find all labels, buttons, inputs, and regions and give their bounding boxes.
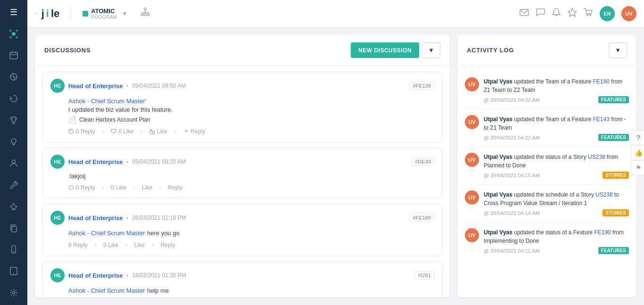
svg-point-18 — [13, 273, 14, 274]
discussion-actions: 0 Reply • 0 Like • Like • Reply — [50, 183, 434, 192]
activity-content: Utpal Vyas updated the Team of a Feature… — [484, 115, 629, 141]
activity-item: UV Utpal Vyas updated the schedule of a … — [465, 185, 629, 223]
activity-ref[interactable]: FE190 — [593, 78, 609, 85]
reply-button[interactable]: Reply — [161, 242, 175, 248]
reply-button[interactable]: Reply — [168, 184, 183, 191]
calendar-icon[interactable] — [6, 49, 21, 62]
activity-ref[interactable]: US238 — [595, 191, 613, 198]
help-button[interactable]: ? — [631, 130, 644, 145]
trophy-icon[interactable] — [6, 114, 21, 127]
chat-icon[interactable] — [536, 8, 545, 19]
mention-link[interactable]: Ashok - Chief Scrum Master' — [68, 98, 146, 105]
discussion-content: :lakjoij — [50, 173, 434, 180]
discussion-header: HE Head of Enterprise • 18/03/2021 01:35… — [50, 268, 434, 282]
activity-footer: @ 29/04/2021 04:22 AM FEATURES — [484, 96, 629, 103]
activity-ref[interactable]: US238 — [588, 154, 605, 160]
activity-content: Utpal Vyas updated the Team of a Feature… — [484, 77, 629, 103]
sports-icon[interactable] — [6, 70, 21, 83]
activity-ref[interactable]: FE190 — [594, 229, 611, 236]
new-discussion-button[interactable]: NEW DISCUSSION — [351, 42, 419, 58]
org-chart-icon[interactable] — [140, 8, 150, 19]
svg-point-13 — [12, 160, 16, 164]
svg-point-4 — [16, 36, 18, 38]
badge-stories: STORIES — [603, 172, 629, 179]
discussions-actions: NEW DISCUSSION ▼ — [351, 42, 440, 58]
svg-rect-22 — [144, 14, 147, 16]
env-badge[interactable]: EN — [600, 6, 615, 21]
pin-icon[interactable] — [6, 200, 21, 213]
activity-text: Utpal Vyas updated the Team of a Feature… — [484, 115, 629, 132]
discussions-filter-button[interactable]: ▼ — [422, 42, 440, 58]
discussion-header: HE Head of Enterprise • 09/04/2021 09:50… — [50, 79, 434, 93]
discussions-title: DISCUSSIONS — [44, 47, 91, 54]
wrench-icon[interactable] — [6, 178, 21, 191]
bell-icon[interactable] — [552, 8, 561, 19]
like-action[interactable]: Like — [142, 184, 152, 191]
discussion-header: HE Head of Enterprise • 05/04/2021 08:20… — [50, 155, 434, 169]
mention-link[interactable]: Ashok - Chief Scrum Master — [68, 230, 145, 237]
uv-avatar: UV — [465, 115, 479, 129]
activity-list: UV Utpal Vyas updated the Team of a Feat… — [457, 66, 636, 297]
svg-marker-30 — [568, 8, 577, 16]
uv-avatar: UV — [465, 77, 479, 91]
menu-icon[interactable]: ☰ — [6, 6, 21, 19]
svg-point-31 — [587, 15, 588, 16]
bulb-icon[interactable] — [6, 135, 21, 148]
activity-user[interactable]: Utpal Vyas — [484, 191, 512, 198]
activity-content: Utpal Vyas updated the status of a Featu… — [484, 228, 629, 254]
uv-avatar: UV — [465, 228, 479, 242]
discussion-item: HE Head of Enterprise • 05/04/2021 08:20… — [42, 148, 442, 199]
program-info: ATOMIC PROGRAM — [91, 8, 117, 20]
user-icon[interactable] — [6, 157, 21, 170]
activity-user[interactable]: Utpal Vyas — [484, 78, 512, 85]
activity-user[interactable]: Utpal Vyas — [484, 154, 512, 160]
reply-action[interactable]: 0 Reply — [68, 242, 88, 248]
cart-icon[interactable] — [584, 8, 593, 19]
badge-features: FEATURES — [598, 247, 629, 254]
flag-button[interactable]: ⚑ — [631, 160, 644, 175]
activity-footer: @ 29/04/2021 04:11 AM FEATURES — [484, 247, 629, 254]
svg-rect-20 — [144, 8, 147, 10]
activity-user[interactable]: Utpal Vyas — [484, 116, 512, 123]
loop-icon[interactable] — [6, 92, 21, 105]
svg-point-1 — [9, 29, 12, 32]
svg-rect-5 — [10, 52, 17, 59]
svg-point-34 — [69, 186, 74, 190]
program-label: PROGRAM — [91, 15, 117, 20]
svg-point-0 — [12, 32, 16, 36]
star-icon[interactable] — [568, 8, 577, 19]
activity-user[interactable]: Utpal Vyas — [484, 229, 512, 236]
reply-action[interactable]: 0 Reply — [68, 184, 95, 191]
author-name[interactable]: Head of Enterprise — [68, 272, 123, 279]
author-name[interactable]: Head of Enterprise — [68, 82, 123, 90]
main-content: DISCUSSIONS NEW DISCUSSION ▼ HE Head of … — [27, 27, 644, 305]
author-name[interactable]: Head of Enterprise — [68, 158, 123, 165]
user-avatar[interactable]: UV — [621, 6, 636, 21]
tablet-icon[interactable] — [6, 264, 21, 278]
author-name[interactable]: Head of Enterprise — [68, 214, 123, 222]
activity-filter-button[interactable]: ▼ — [609, 42, 627, 58]
attachment-name[interactable]: Clean Harbors Account Plan — [79, 116, 150, 123]
activity-ref[interactable]: FE143 — [593, 116, 609, 123]
logo-le: le — [51, 8, 59, 20]
avatar: HE — [50, 211, 65, 225]
program-chevron-icon[interactable]: ▼ — [122, 10, 127, 17]
floating-actions: ? 👍 ⚑ — [631, 130, 644, 175]
reply-button[interactable]: Reply — [183, 128, 206, 135]
mail-icon[interactable] — [520, 8, 529, 19]
program-badge[interactable]: ATOMIC PROGRAM ▼ — [83, 8, 127, 20]
activity-content: Utpal Vyas updated the status of a Story… — [484, 153, 629, 179]
thumbsup-button[interactable]: 👍 — [631, 145, 644, 160]
activity-item: UV Utpal Vyas updated the status of a St… — [465, 147, 629, 185]
settings-icon[interactable] — [6, 286, 21, 299]
like-action[interactable]: Like — [134, 242, 145, 248]
copy-icon[interactable] — [6, 222, 21, 235]
reply-action[interactable]: 0 Reply — [68, 128, 95, 135]
like-action[interactable]: Like — [149, 128, 167, 135]
discussion-meta: HE Head of Enterprise • 26/03/2021 01:18… — [50, 211, 186, 225]
activity-panel: ACTIVITY LOG ▼ UV Utpal Vyas updated the… — [457, 35, 636, 297]
phone-icon[interactable] — [6, 243, 21, 256]
like-count: 0 Like — [111, 184, 126, 191]
mention-link[interactable]: Ashok - Chief Scrum Master — [68, 287, 145, 294]
nav-divider — [71, 6, 71, 21]
